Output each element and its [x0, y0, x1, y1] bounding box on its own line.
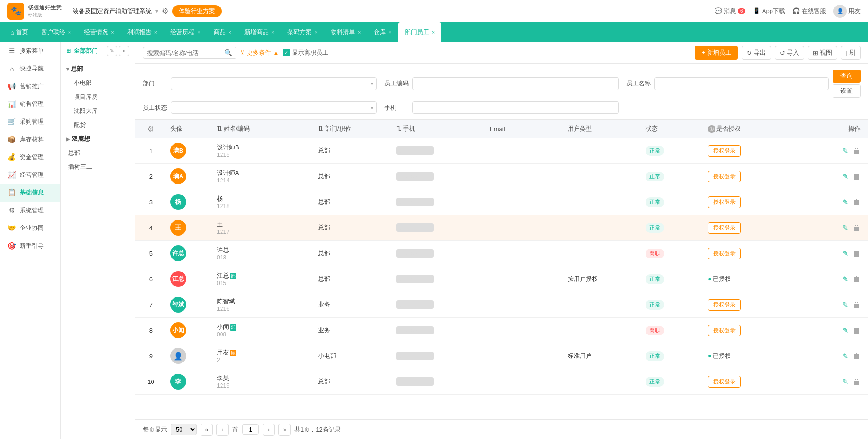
- last-page-button[interactable]: »: [278, 424, 291, 436]
- authorize-button[interactable]: 授权登录: [708, 222, 741, 234]
- close-icon[interactable]: ×: [111, 29, 114, 35]
- close-icon[interactable]: ×: [68, 29, 71, 35]
- sidebar-item-finance[interactable]: 💰 资金管理: [0, 148, 60, 166]
- delete-icon[interactable]: 🗑: [853, 301, 861, 309]
- sidebar-item-shortcut[interactable]: ⌂ 快捷导航: [0, 60, 60, 77]
- edit-icon[interactable]: ✎: [842, 250, 848, 258]
- phone-input[interactable]: [412, 101, 618, 114]
- authorize-button[interactable]: 授权登录: [708, 171, 741, 182]
- delete-icon[interactable]: 🗑: [853, 378, 861, 386]
- tab-bom[interactable]: 物料清单 ×: [324, 22, 367, 42]
- tab-home[interactable]: ⌂ 首页: [4, 22, 35, 42]
- dept-group-zongbu[interactable]: ▾ 总部: [61, 62, 135, 76]
- delete-icon[interactable]: 🗑: [853, 224, 861, 232]
- next-page-button[interactable]: ›: [263, 424, 275, 436]
- close-icon[interactable]: ×: [389, 29, 391, 35]
- add-employee-button[interactable]: + 新增员工: [695, 46, 737, 60]
- dropdown-arrow-icon[interactable]: ▾: [155, 8, 158, 14]
- prev-page-button[interactable]: ‹: [216, 424, 229, 436]
- close-icon[interactable]: ×: [197, 29, 200, 35]
- dept-item-shenyangdaku[interactable]: 沈阳大库: [61, 104, 135, 118]
- dept-panel-collapse-btn[interactable]: «: [119, 46, 129, 56]
- dept-item-chashuwanger[interactable]: 插树王二: [61, 160, 135, 174]
- authorize-button[interactable]: 授权登录: [708, 376, 741, 388]
- message-button[interactable]: 💬 消息 6: [715, 7, 745, 15]
- empstatus-select[interactable]: [171, 101, 377, 114]
- experience-button[interactable]: 体验行业方案: [172, 5, 222, 17]
- edit-icon[interactable]: ✎: [842, 301, 848, 309]
- edit-icon[interactable]: ✎: [842, 147, 848, 155]
- tab-history[interactable]: 经营历程 ×: [164, 22, 207, 42]
- sidebar-item-collab[interactable]: 🤝 企业协同: [0, 219, 60, 237]
- tab-warehouse[interactable]: 仓库 ×: [367, 22, 398, 42]
- close-icon[interactable]: ×: [432, 29, 435, 35]
- delete-icon[interactable]: 🗑: [853, 250, 861, 258]
- close-icon[interactable]: ×: [314, 29, 317, 35]
- query-button[interactable]: 查询: [833, 70, 861, 83]
- dept-item-zongbu[interactable]: 总部: [61, 146, 135, 160]
- tab-new-goods[interactable]: 新增商品 ×: [238, 22, 281, 42]
- authorize-button[interactable]: 授权登录: [708, 325, 741, 336]
- import-button[interactable]: ↺ 导入: [775, 46, 804, 60]
- sidebar-item-purchase[interactable]: 🛒 采购管理: [0, 113, 60, 131]
- sidebar-item-basic[interactable]: 📋 基础信息: [0, 184, 60, 202]
- more-filter-button[interactable]: ⊻ 更多条件 ▲: [240, 49, 279, 57]
- dept-select[interactable]: [171, 77, 377, 90]
- sidebar-item-marketing[interactable]: 📢 营销推广: [0, 77, 60, 95]
- edit-icon[interactable]: ✎: [842, 173, 848, 181]
- set-button[interactable]: 设置: [833, 84, 861, 98]
- edit-icon[interactable]: ✎: [842, 224, 848, 232]
- edit-icon[interactable]: ✎: [842, 275, 848, 283]
- sidebar-item-system[interactable]: ⚙ 系统管理: [0, 202, 60, 219]
- authorize-button[interactable]: 授权登录: [708, 248, 741, 259]
- gear-button[interactable]: ⚙: [162, 7, 168, 15]
- delete-icon[interactable]: 🗑: [853, 352, 861, 360]
- sidebar-item-sales[interactable]: 📊 销售管理: [0, 95, 60, 113]
- dept-item-xiaodibu[interactable]: 小电部: [61, 76, 135, 90]
- close-icon[interactable]: ×: [358, 29, 361, 35]
- print-button[interactable]: | 刷: [841, 46, 861, 60]
- online-service-button[interactable]: 🎧 在线客服: [792, 7, 826, 15]
- authorize-button[interactable]: 授权登录: [708, 299, 741, 311]
- empcode-input[interactable]: [412, 77, 618, 90]
- sidebar-item-mgmt[interactable]: 📈 经营管理: [0, 166, 60, 184]
- show-inactive-button[interactable]: ✓ 显示离职员工: [283, 49, 328, 57]
- tab-customer[interactable]: 客户联络 ×: [35, 22, 77, 42]
- tab-barcode[interactable]: 条码方案 ×: [281, 22, 324, 42]
- view-button[interactable]: ⊞ 视图: [808, 46, 837, 60]
- search-input[interactable]: [147, 49, 222, 56]
- delete-icon[interactable]: 🗑: [853, 198, 861, 206]
- close-icon[interactable]: ×: [271, 29, 274, 35]
- sidebar-item-search[interactable]: ☰ 搜索菜单: [0, 42, 60, 60]
- tab-staff[interactable]: 部门员工 ×: [398, 22, 441, 42]
- sidebar-item-inventory[interactable]: 📦 库存核算: [0, 131, 60, 148]
- dept-item-xiangmukufang[interactable]: 项目库房: [61, 90, 135, 104]
- edit-icon[interactable]: ✎: [842, 198, 848, 206]
- edit-icon[interactable]: ✎: [842, 327, 848, 334]
- settings-col-icon[interactable]: ⚙: [146, 125, 155, 133]
- edit-icon[interactable]: ✎: [842, 352, 848, 360]
- dept-panel-edit-btn[interactable]: ✎: [107, 46, 117, 56]
- export-button[interactable]: ↻ 导出: [742, 46, 771, 60]
- sidebar-item-guide[interactable]: 🎯 新手引导: [0, 237, 60, 255]
- tab-goods[interactable]: 商品 ×: [207, 22, 238, 42]
- close-icon[interactable]: ×: [229, 29, 231, 35]
- delete-icon[interactable]: 🗑: [853, 327, 861, 334]
- dept-item-peihuo[interactable]: 配货: [61, 118, 135, 132]
- delete-icon[interactable]: 🗑: [853, 275, 861, 283]
- empname-input[interactable]: [654, 77, 829, 90]
- delete-icon[interactable]: 🗑: [853, 173, 861, 181]
- authorize-button[interactable]: 授权登录: [708, 145, 741, 157]
- first-page-button[interactable]: «: [201, 424, 213, 436]
- delete-icon[interactable]: 🗑: [853, 147, 861, 155]
- tab-profit[interactable]: 利润报告 ×: [121, 22, 164, 42]
- edit-icon[interactable]: ✎: [842, 378, 848, 386]
- tab-operation[interactable]: 经营情况 ×: [77, 22, 120, 42]
- app-download-button[interactable]: 📱 App下载: [753, 7, 785, 15]
- close-icon[interactable]: ×: [154, 29, 157, 35]
- authorize-button[interactable]: 授权登录: [708, 196, 741, 208]
- per-page-select[interactable]: 50 10 20 100: [171, 424, 197, 435]
- user-menu[interactable]: 👤 用友: [833, 5, 861, 18]
- page-input[interactable]: [242, 424, 259, 435]
- dept-group-shuanglu[interactable]: ▶ 双鹿想: [61, 132, 135, 146]
